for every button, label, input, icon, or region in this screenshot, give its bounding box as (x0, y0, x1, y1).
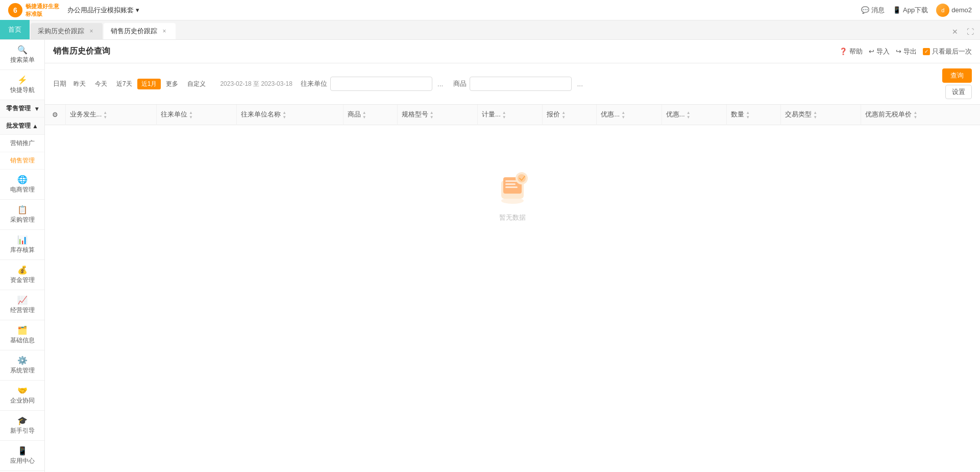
wholesale-expand-icon: ▲ (32, 123, 38, 130)
app-selector[interactable]: 办公用品行业模拟账套 ▾ (63, 5, 143, 16)
sidebar: 🔍 搜索菜单 ⚡ 快捷导航 零售管理 ▾ 批发管理 ▲ 营销推广 销售管理 🌐 … (0, 40, 45, 472)
col-pretax-price[interactable]: 优惠前无税单价▲▼ (861, 105, 980, 125)
product-dots-btn[interactable]: ... (575, 80, 585, 88)
help-btn[interactable]: ❓ 帮助 (839, 47, 863, 56)
tab-purchase[interactable]: 采购历史价跟踪 × (31, 23, 103, 39)
inventory-icon: 📊 (17, 235, 28, 245)
tab-purchase-close[interactable]: × (87, 27, 95, 35)
tab-sales-label: 销售历史价跟踪 (111, 27, 157, 36)
col-quote[interactable]: 报价▲▼ (543, 105, 597, 125)
app-download-btn[interactable]: 📱 App下载 (893, 6, 928, 15)
col-unit[interactable]: 计量...▲▼ (477, 105, 542, 125)
export-btn[interactable]: ↪ 导出 (896, 47, 917, 56)
date-range-display: 2023-02-18 至 2023-03-18 (218, 80, 292, 88)
tab-home[interactable]: 首页 (0, 20, 30, 39)
tab-sales-close[interactable]: × (160, 27, 168, 35)
logo-icon: 6 (8, 3, 22, 17)
col-partner-code[interactable]: 往来单位▲▼ (157, 105, 237, 125)
export-label: 导出 (903, 47, 917, 56)
message-btn[interactable]: 💬 消息 (861, 6, 885, 15)
tab-sales[interactable]: 销售历史价跟踪 × (104, 23, 176, 39)
import-btn[interactable]: ↩ 导入 (869, 47, 890, 56)
sidebar-label-app-center: 应用中心 (10, 457, 35, 465)
sidebar-label-ecommerce: 电商管理 (10, 185, 35, 194)
newbie-icon: 🎓 (17, 416, 28, 426)
sidebar-label-quicknav: 快捷导航 (10, 86, 35, 95)
svg-point-7 (518, 174, 526, 182)
import-label: 导入 (876, 47, 890, 56)
sidebar-label-finance: 资金管理 (10, 276, 35, 285)
sidebar-sub-item-marketing[interactable]: 营销推广 (0, 135, 44, 152)
sidebar-item-inventory[interactable]: 📊 库存核算 (0, 230, 44, 260)
page-header-actions: ❓ 帮助 ↩ 导入 ↪ 导出 ✓ 只看最后一次 (839, 47, 972, 62)
sidebar-item-retail[interactable]: 零售管理 ▾ (0, 100, 44, 117)
sidebar-item-app-center[interactable]: 📱 应用中心 (0, 441, 44, 471)
system-icon: ⚙️ (17, 356, 28, 365)
partner-dots-btn[interactable]: ... (435, 80, 446, 88)
product-input[interactable] (470, 77, 572, 91)
sort-arrows-spec: ▲▼ (430, 110, 434, 120)
operations-icon: 📈 (17, 295, 28, 305)
app-center-icon: 📱 (17, 446, 28, 456)
svg-rect-4 (505, 183, 516, 185)
settings-button[interactable]: 设置 (945, 85, 972, 99)
col-settings[interactable]: ⚙ (45, 105, 65, 125)
col-biz-date[interactable]: 业务发生...▲▼ (65, 105, 157, 125)
sidebar-item-newbie[interactable]: 🎓 新手引导 (0, 411, 44, 441)
date-label: 日期 (53, 79, 66, 88)
header-right: 💬 消息 📱 App下载 d demo2 (861, 4, 972, 17)
sidebar-item-wholesale[interactable]: 批发管理 ▲ (0, 117, 44, 135)
sort-arrows-qty: ▲▼ (746, 110, 750, 120)
search-icon: 🔍 (17, 45, 28, 55)
sidebar-item-finance[interactable]: 💰 资金管理 (0, 260, 44, 290)
sidebar-item-basic-info[interactable]: 🗂️ 基础信息 (0, 320, 44, 350)
sidebar-label-search: 搜索菜单 (10, 56, 35, 64)
sidebar-item-enterprise-collab[interactable]: 🤝 企业协同 (0, 381, 44, 411)
col-partner-name[interactable]: 往来单位名称▲▼ (237, 105, 343, 125)
sidebar-item-purchase[interactable]: 📋 采购管理 (0, 200, 44, 230)
product-label: 商品 (453, 79, 467, 88)
tab-close-all-btn[interactable]: ✕ (949, 26, 961, 37)
date-range-text: 2023-02-18 至 2023-03-18 (220, 80, 292, 88)
page-header: 销售历史价查询 ❓ 帮助 ↩ 导入 ↪ 导出 ✓ 只看最后一次 (45, 40, 980, 63)
sort-arrows-quote: ▲▼ (561, 110, 566, 120)
filter-actions: 查询 设置 (942, 68, 972, 99)
logo-text: 畅捷通好生意 标准版 (26, 3, 59, 17)
date-chip-last1m[interactable]: 近1月 (137, 79, 161, 89)
user-menu[interactable]: d demo2 (936, 4, 972, 17)
help-icon: ❓ (839, 48, 847, 55)
sidebar-sub-item-sales-mgmt[interactable]: 销售管理 (0, 152, 44, 170)
tab-home-label: 首页 (8, 25, 21, 34)
sidebar-item-operations[interactable]: 📈 经营管理 (0, 290, 44, 320)
tab-fullscreen-btn[interactable]: ⛶ (965, 26, 976, 37)
settings-icon: ⚙ (52, 111, 58, 119)
finance-icon: 💰 (17, 265, 28, 275)
col-discount2[interactable]: 优惠...▲▼ (662, 105, 726, 125)
search-button[interactable]: 查询 (942, 68, 972, 83)
main-layout: 🔍 搜索菜单 ⚡ 快捷导航 零售管理 ▾ 批发管理 ▲ 营销推广 销售管理 🌐 … (0, 40, 980, 472)
partner-input[interactable] (330, 77, 432, 91)
col-qty[interactable]: 数量▲▼ (727, 105, 781, 125)
only-last-checkbox[interactable]: ✓ 只看最后一次 (923, 47, 972, 56)
date-chip-last7[interactable]: 近7天 (112, 79, 136, 89)
date-chip-more[interactable]: 更多 (162, 79, 182, 89)
sort-arrows-unit: ▲▼ (502, 110, 506, 120)
purchase-icon: 📋 (17, 205, 28, 215)
import-icon: ↩ (869, 48, 874, 55)
col-discount1[interactable]: 优惠...▲▼ (597, 105, 662, 125)
col-product[interactable]: 商品▲▼ (343, 105, 397, 125)
sidebar-item-ecommerce[interactable]: 🌐 电商管理 (0, 170, 44, 200)
page-title: 销售历史价查询 (53, 46, 110, 63)
sidebar-item-quicknav[interactable]: ⚡ 快捷导航 (0, 70, 44, 100)
col-trade-type[interactable]: 交易类型▲▼ (781, 105, 861, 125)
partner-filter-group: 往来单位 ... (301, 77, 446, 91)
date-chip-custom[interactable]: 自定义 (183, 79, 210, 89)
col-spec[interactable]: 规格型号▲▼ (397, 105, 477, 125)
date-chip-yesterday[interactable]: 昨天 (69, 79, 90, 89)
sidebar-item-system[interactable]: ⚙️ 系统管理 (0, 350, 44, 381)
message-label: 消息 (871, 6, 885, 15)
sidebar-label-retail: 零售管理 (6, 104, 31, 113)
app-download-label: App下载 (903, 6, 928, 15)
date-chip-today[interactable]: 今天 (91, 79, 111, 89)
sidebar-item-search[interactable]: 🔍 搜索菜单 (0, 40, 44, 70)
